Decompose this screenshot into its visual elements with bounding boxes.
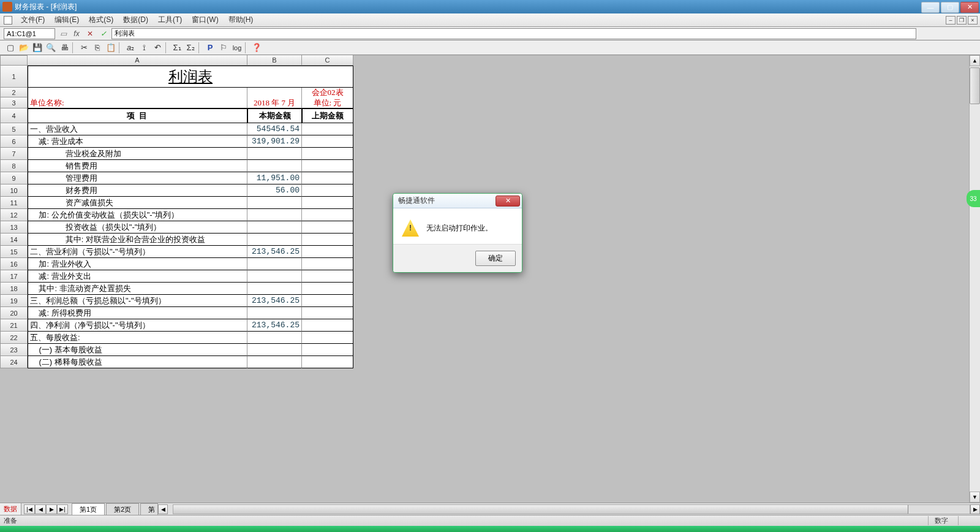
dialog-titlebar[interactable]: 畅捷通软件 ✕ bbox=[393, 194, 522, 208]
warning-icon: ! bbox=[402, 219, 419, 237]
modal-overlay: 畅捷通软件 ✕ ! 无法启动打印作业。 确定 bbox=[0, 0, 980, 532]
dialog-title: 畅捷通软件 bbox=[398, 196, 435, 206]
dialog-ok-button[interactable]: 确定 bbox=[475, 251, 516, 266]
error-dialog: 畅捷通软件 ✕ ! 无法启动打印作业。 确定 bbox=[393, 193, 522, 273]
dialog-message: 无法启动打印作业。 bbox=[426, 223, 492, 234]
dialog-close-button[interactable]: ✕ bbox=[496, 196, 520, 207]
